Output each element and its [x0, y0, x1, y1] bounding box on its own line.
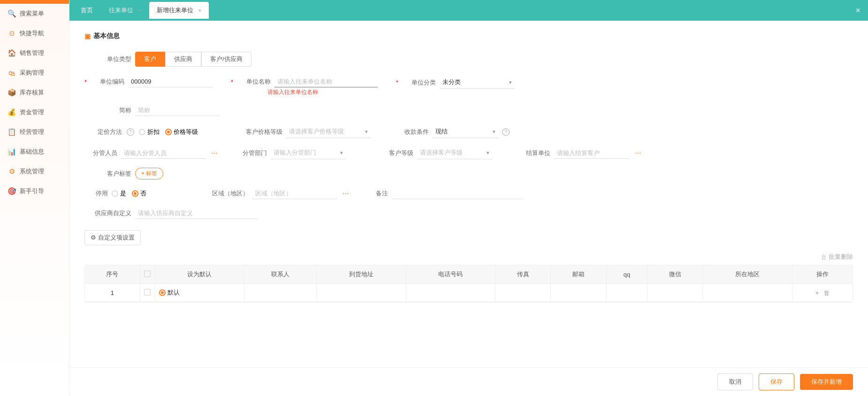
- gear-icon: ⚙: [8, 167, 16, 176]
- supplier-custom-label: 供应商自定义: [84, 209, 131, 217]
- sidebar: 🔍 搜索菜单 ⊙ 快捷导航 🏠 销售管理 🛍 采购管理 📦 库存核算 💰 资金管…: [0, 0, 69, 396]
- contacts-table-container: 序号 设为默认 联系人 到货地址 电话号码 传真 邮箱 qq 微信 所在地区 操…: [84, 265, 853, 303]
- disabled-label: 停用: [84, 189, 108, 198]
- unit-name-error: 请输入往来单位名称: [267, 88, 381, 96]
- tab-new-partner[interactable]: 新增往来单位 ×: [149, 2, 208, 19]
- tab-partners-label: 往来单位: [109, 6, 133, 15]
- section-title: ▣ 基本信息: [84, 32, 853, 40]
- pricing-radio-discount[interactable]: 折扣: [139, 128, 160, 136]
- col-contact: 联系人: [244, 265, 316, 284]
- delete-row-button[interactable]: 🗑: [823, 289, 830, 296]
- tab-new-partner-label: 新增往来单位: [157, 6, 193, 15]
- target-icon: 🎯: [8, 187, 16, 195]
- col-action: 操作: [792, 265, 853, 284]
- payment-terms-select[interactable]: 现结 ▾: [433, 125, 498, 138]
- customer-price-level-label: 客户价格等级: [240, 128, 282, 136]
- settlement-unit-dots-button[interactable]: ···: [633, 148, 643, 158]
- add-tag-button[interactable]: + 标签: [135, 168, 163, 179]
- add-row-button[interactable]: +: [815, 289, 819, 296]
- payment-terms-label: 收款条件: [396, 128, 429, 136]
- unit-category-select[interactable]: 未分类 ▾: [440, 76, 515, 89]
- unit-code-input[interactable]: [128, 76, 213, 87]
- customer-level-field: 客户等级 请选择客户等级 ▾: [381, 147, 503, 159]
- unit-name-input[interactable]: [274, 76, 378, 87]
- disabled-no[interactable]: 否: [132, 189, 146, 198]
- pricing-method-label: 定价方法: [84, 128, 122, 136]
- customer-tag-label: 客户标签: [84, 170, 131, 178]
- radio-yes-circle: [112, 190, 118, 197]
- batch-delete-area: 🗑 批量删除: [84, 253, 853, 261]
- customer-price-level-select[interactable]: 请选择客户价格等级 ▾: [286, 125, 371, 138]
- row-checkbox[interactable]: [144, 289, 151, 295]
- chevron-down-icon-2: ▾: [365, 129, 368, 135]
- customer-level-select[interactable]: 请选择客户等级 ▾: [417, 147, 492, 159]
- batch-delete-label[interactable]: 批量删除: [829, 253, 853, 261]
- bag-icon: 🛍: [8, 69, 16, 77]
- supplier-custom-input[interactable]: [135, 208, 257, 219]
- col-phone: 电话号码: [406, 265, 495, 284]
- sidebar-item-finance[interactable]: 💰 资金管理: [0, 102, 69, 122]
- save-button[interactable]: 保存: [759, 373, 794, 390]
- unit-type-customer[interactable]: 客户: [135, 52, 165, 67]
- tab-partners[interactable]: 往来单位 ×: [101, 2, 148, 19]
- department-label: 分管部门: [234, 149, 267, 157]
- section-title-text: 基本信息: [93, 32, 120, 40]
- sidebar-item-inventory[interactable]: 📦 库存核算: [0, 83, 69, 102]
- sidebar-item-sales[interactable]: 🏠 销售管理: [0, 43, 69, 63]
- table-row: 1 默认: [85, 284, 853, 302]
- tab-partners-close[interactable]: ×: [138, 8, 141, 13]
- manager-label: 分管人员: [84, 149, 117, 157]
- disabled-yes[interactable]: 是: [112, 189, 126, 198]
- chart-icon: 📊: [8, 148, 16, 156]
- contacts-table: 序号 设为默认 联系人 到货地址 电话号码 传真 邮箱 qq 微信 所在地区 操…: [85, 265, 853, 302]
- disabled-no-label: 否: [140, 189, 146, 198]
- customer-price-level-placeholder: 请选择客户价格等级: [289, 127, 344, 136]
- col-default: 设为默认: [155, 265, 244, 284]
- row-seq: 1: [85, 284, 140, 302]
- tab-new-partner-close[interactable]: ×: [198, 8, 201, 13]
- search-icon: 🔍: [8, 9, 16, 18]
- region-dots-button[interactable]: ···: [341, 188, 350, 199]
- sidebar-item-newbie[interactable]: 🎯 新手引导: [0, 181, 69, 201]
- select-all-checkbox[interactable]: [144, 271, 151, 277]
- settlement-unit-input[interactable]: [554, 148, 629, 159]
- abbreviation-input[interactable]: [135, 105, 220, 116]
- payment-help-icon[interactable]: ?: [502, 128, 510, 136]
- col-seq: 序号: [85, 265, 140, 284]
- tab-home[interactable]: 首页: [73, 2, 100, 19]
- disabled-radio-group: 是 否: [112, 189, 146, 198]
- department-select[interactable]: 请输入分管部门 ▾: [271, 147, 346, 159]
- unit-type-supplier[interactable]: 供应商: [165, 52, 201, 67]
- sidebar-item-search[interactable]: 🔍 搜索菜单: [0, 4, 69, 23]
- sidebar-item-quick-nav[interactable]: ⊙ 快捷导航: [0, 23, 69, 43]
- pricing-help-icon[interactable]: ?: [127, 128, 134, 136]
- custom-settings-button[interactable]: ⚙ 自定义项设置: [84, 230, 141, 245]
- sidebar-item-label: 新手引导: [20, 187, 44, 195]
- cancel-button[interactable]: 取消: [717, 373, 753, 390]
- radio-discount-circle: [139, 129, 145, 135]
- manager-dots-button[interactable]: ···: [209, 148, 219, 158]
- row-default-radio[interactable]: 默认: [159, 288, 240, 297]
- unit-category-field: * 单位分类 未分类 ▾: [396, 76, 515, 89]
- sidebar-item-label: 快捷导航: [20, 29, 44, 38]
- pricing-level-label: 价格等级: [174, 128, 198, 136]
- col-qq: qq: [607, 265, 647, 284]
- pricing-radio-level[interactable]: 价格等级: [165, 128, 198, 136]
- sidebar-item-label: 搜索菜单: [20, 9, 44, 18]
- col-wechat: 微信: [647, 265, 703, 284]
- settlement-unit-label: 结算单位: [518, 149, 550, 157]
- manager-input[interactable]: [121, 148, 206, 159]
- save-and-new-button[interactable]: 保存并新增: [800, 374, 853, 390]
- box-icon: 📦: [8, 88, 16, 97]
- close-all-tabs[interactable]: ×: [852, 4, 864, 17]
- sidebar-item-basic[interactable]: 📊 基础信息: [0, 142, 69, 162]
- sidebar-top-bar: [0, 0, 69, 4]
- region-input[interactable]: [252, 188, 337, 199]
- sidebar-item-purchase[interactable]: 🛍 采购管理: [0, 63, 69, 83]
- sidebar-item-operations[interactable]: 📋 经营管理: [0, 122, 69, 142]
- compass-icon: ⊙: [8, 29, 16, 38]
- unit-type-both[interactable]: 客户/供应商: [201, 52, 251, 67]
- disabled-field: 停用 是 否: [84, 189, 188, 198]
- remarks-input[interactable]: [392, 188, 523, 199]
- sidebar-item-system[interactable]: ⚙ 系统管理: [0, 162, 69, 181]
